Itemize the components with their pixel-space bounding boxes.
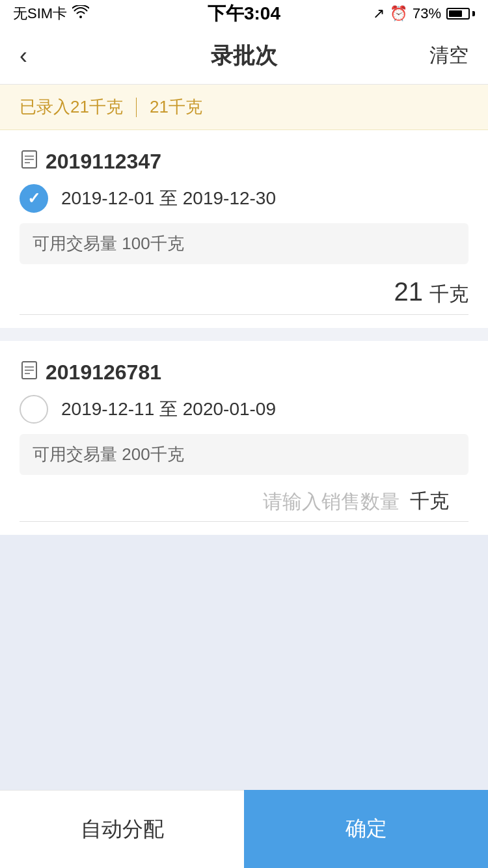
location-icon: ↗ [373,5,385,22]
section-divider-1 [0,328,488,341]
info-banner: 已录入21千克 21千克 [0,85,488,130]
batch-header-1: 2019112347 [20,150,468,174]
battery-percent: 73% [413,5,441,22]
batch-checkbox-1[interactable]: ✓ [20,184,48,213]
info-entered-label: 已录入21千克 [20,96,123,118]
auto-distribute-button[interactable]: 自动分配 [0,790,244,868]
batch-header-2: 2019126781 [20,360,468,385]
batch-date-row-1: ✓ 2019-12-01 至 2019-12-30 [20,184,468,213]
batch-amount-unit-1: 千克 [429,281,468,308]
batch-available-2: 可用交易量 200千克 [20,434,468,475]
clear-button[interactable]: 清空 [429,42,468,69]
batch-id-2: 2019126781 [46,360,161,385]
batch-id-icon-2 [20,360,39,385]
carrier-label: 无SIM卡 [13,4,67,23]
status-right: ↗ ⏰ 73% [373,5,475,22]
bottom-bar: 自动分配 确定 [0,790,488,868]
batch-id-icon-1 [20,150,39,174]
alarm-icon: ⏰ [390,5,407,22]
nav-bar: ‹ 录批次 清空 [0,27,488,85]
status-bar: 无SIM卡 下午3:04 ↗ ⏰ 73% [0,0,488,27]
confirm-button[interactable]: 确定 [244,790,488,868]
batch-card-2: 2019126781 2019-12-11 至 2020-01-09 可用交易量… [0,341,488,535]
batch-quantity-input-2[interactable] [39,491,400,513]
status-left: 无SIM卡 [13,4,89,23]
batch-amount-row-1: 21 千克 [20,264,468,315]
info-divider [136,98,137,117]
battery-icon [446,8,475,20]
batch-card-1: 2019112347 ✓ 2019-12-01 至 2019-12-30 可用交… [0,130,488,328]
status-time: 下午3:04 [208,1,280,26]
batch-date-row-2: 2019-12-11 至 2020-01-09 [20,395,468,424]
batch-checkbox-2[interactable] [20,395,48,424]
batch-id-1: 2019112347 [46,150,161,174]
batch-input-unit-2: 千克 [410,488,449,515]
info-value: 21千克 [150,96,202,118]
checkmark-1: ✓ [27,189,40,208]
batch-date-2: 2019-12-11 至 2020-01-09 [61,397,276,422]
back-button[interactable]: ‹ [20,42,27,70]
wifi-icon [72,5,89,22]
page-title: 录批次 [211,41,277,71]
batch-date-1: 2019-12-01 至 2019-12-30 [61,186,276,211]
batch-amount-value-1: 21 [394,277,424,306]
batch-available-1: 可用交易量 100千克 [20,223,468,264]
batch-input-row-2: 千克 [20,475,468,522]
